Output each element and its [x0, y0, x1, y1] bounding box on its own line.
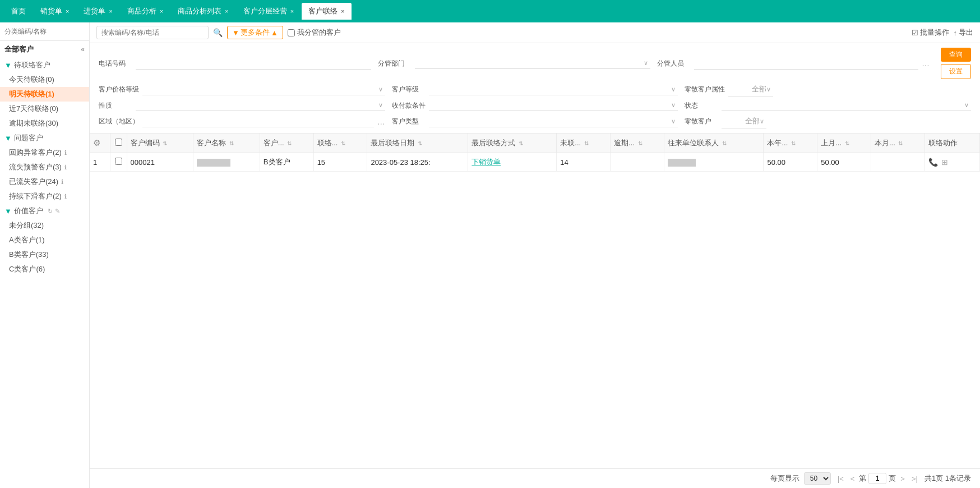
dots-icon[interactable]: … — [922, 59, 930, 68]
dots-icon[interactable]: … — [377, 117, 385, 126]
col-uncontacted: 未联... ⇅ — [557, 133, 611, 153]
customer-name-blurred — [197, 159, 230, 167]
sort-icon[interactable]: ⇅ — [287, 140, 292, 146]
sidebar-item-class-b[interactable]: B类客户(33) — [0, 247, 89, 262]
sidebar-value-customers-group[interactable]: ▼ 价值客户 ↻ ✎ — [0, 204, 89, 218]
nav-tab-close[interactable]: × — [66, 8, 69, 15]
chevron-down-icon: ∨ — [671, 86, 676, 93]
sort-icon[interactable]: ⇅ — [791, 140, 796, 146]
nav-tab-close[interactable]: × — [290, 8, 294, 15]
filter-dept: 分管部门 ∨ — [378, 58, 650, 69]
sidebar-waiting-contact-group[interactable]: ▼ 待联络客户 — [0, 58, 89, 72]
chevron-down-icon: ∨ — [760, 118, 764, 125]
sort-icon[interactable]: ⇅ — [519, 140, 523, 146]
select-all-checkbox[interactable] — [115, 139, 122, 146]
nav-tab-purchase[interactable]: 进货单 × — [77, 3, 119, 20]
filter-nature-select[interactable]: ∨ — [136, 100, 385, 111]
sidebar-item-tomorrow[interactable]: 明天待联络(1) — [0, 87, 89, 102]
export-button[interactable]: ↑ 导出 — [954, 27, 974, 38]
search-button[interactable]: 🔍 — [213, 28, 223, 37]
col-label: 未联... — [560, 139, 581, 147]
sidebar-item-churn-warning[interactable]: 流失预警客户(3) ℹ — [0, 160, 89, 174]
filter-phone-input[interactable] — [136, 58, 371, 70]
sort-icon[interactable]: ⇅ — [845, 140, 849, 146]
prev-page-button[interactable]: < — [848, 473, 857, 484]
set-button[interactable]: 设置 — [941, 64, 971, 79]
nav-tab-label: 客户联络 — [308, 6, 338, 16]
more-action-icon[interactable]: ⊞ — [941, 158, 948, 167]
sort-icon[interactable]: ⇅ — [229, 140, 234, 146]
filter-payment-select[interactable]: ∨ — [429, 100, 678, 111]
filter-status-select[interactable]: ∨ — [722, 100, 971, 111]
sort-icon[interactable]: ⇅ — [638, 140, 642, 146]
cell-checkbox[interactable] — [110, 153, 127, 172]
nav-tab-customer-contact[interactable]: 客户联络 × — [302, 3, 351, 20]
nav-tab-product-analysis[interactable]: 商品分析 × — [121, 3, 170, 20]
sidebar-item-overdue[interactable]: 逾期未联络(30) — [0, 116, 89, 131]
filter-retail-attr-select[interactable]: 全部 ∨ — [728, 82, 773, 96]
batch-ops-button[interactable]: ☑ 批量操作 — [912, 27, 949, 38]
sidebar-item-repurchase-abnormal[interactable]: 回购异常客户(2) ℹ — [0, 145, 89, 160]
filter-icon: ▼ — [232, 29, 239, 37]
sidebar-search-input[interactable] — [4, 27, 89, 35]
last-contact-method-link[interactable]: 下销货单 — [471, 158, 501, 166]
nav-tab-product-list[interactable]: 商品分析列表 × — [171, 3, 235, 20]
page-number-input[interactable] — [868, 473, 886, 484]
sidebar-item-declining[interactable]: 持续下滑客户(2) ℹ — [0, 189, 89, 204]
sort-icon[interactable]: ⇅ — [722, 140, 727, 146]
filter-row-3: 性质 ∨ 收付款条件 ∨ 状态 ∨ — [99, 100, 971, 111]
filter-area-input[interactable] — [142, 116, 374, 127]
next-page-button[interactable]: > — [898, 473, 907, 484]
query-button[interactable]: 查询 — [941, 48, 971, 62]
sidebar-search-bar[interactable]: 🔍 — [0, 22, 89, 41]
filter-customer-level-select[interactable]: ∨ — [429, 84, 678, 95]
sort-icon[interactable]: ⇅ — [418, 140, 422, 146]
nav-tab-customer-layering[interactable]: 客户分层经营 × — [237, 3, 301, 20]
edit-icon[interactable]: ✎ — [55, 208, 60, 215]
search-input[interactable] — [96, 26, 209, 39]
sort-icon[interactable]: ⇅ — [341, 140, 345, 146]
filter-retail-customer-select[interactable]: 全部 ∨ — [722, 114, 766, 128]
my-customers-checkbox[interactable]: 我分管的客户 — [288, 27, 341, 38]
filter-dept-select[interactable]: ∨ — [415, 58, 650, 69]
nav-tab-close[interactable]: × — [225, 8, 228, 15]
col-settings[interactable]: ⚙ — [90, 133, 110, 153]
sidebar-problem-customers-group[interactable]: ▼ 问题客户 — [0, 131, 89, 145]
sidebar-all-customers-label: 全部客户 — [4, 44, 34, 54]
filter-customer-type-select[interactable]: ∨ — [429, 116, 678, 127]
nav-tab-close[interactable]: × — [160, 8, 163, 15]
page-size-select[interactable]: 50 — [804, 472, 831, 485]
sidebar-item-class-a[interactable]: A类客户(1) — [0, 233, 89, 247]
sidebar-item-label: 已流失客户(24) — [9, 177, 58, 186]
chevron-up-icon: ▲ — [271, 29, 278, 37]
more-conditions-button[interactable]: ▼ 更多条件 ▲ — [227, 26, 283, 39]
refresh-icon[interactable]: ↻ — [48, 208, 53, 215]
sort-icon[interactable]: ⇅ — [163, 140, 167, 146]
nav-tab-close[interactable]: × — [109, 8, 112, 15]
col-checkbox[interactable] — [110, 133, 127, 153]
last-page-button[interactable]: >| — [909, 473, 920, 484]
first-page-button[interactable]: |< — [835, 473, 846, 484]
contact-action-icon[interactable]: 📞 — [928, 158, 938, 167]
sidebar-item-7days[interactable]: 近7天待联络(0) — [0, 102, 89, 116]
nav-tab-sales[interactable]: 销货单 × — [34, 3, 76, 20]
filter-retail-customer-label: 零散客户 — [685, 117, 718, 126]
sidebar-item-ungrouped[interactable]: 未分组(32) — [0, 218, 89, 233]
col-label: 联络... — [317, 139, 338, 147]
nav-home-label: 首页 — [11, 6, 26, 16]
filter-price-level-select[interactable]: ∨ — [142, 84, 385, 95]
nav-tab-close[interactable]: × — [341, 8, 344, 15]
sort-icon[interactable]: ⇅ — [898, 140, 903, 146]
my-customers-check[interactable] — [288, 29, 295, 36]
sidebar-item-class-c[interactable]: C类客户(6) — [0, 262, 89, 277]
sort-icon[interactable]: ⇅ — [584, 140, 589, 146]
sidebar-item-label: A类客户(1) — [9, 236, 45, 244]
cell-name — [193, 153, 260, 172]
sidebar-item-today[interactable]: 今天待联络(0) — [0, 72, 89, 87]
nav-home[interactable]: 首页 — [4, 3, 33, 20]
row-checkbox[interactable] — [115, 158, 122, 165]
filter-person-input[interactable] — [694, 58, 918, 70]
sidebar-item-churned[interactable]: 已流失客户(24) ℹ — [0, 174, 89, 189]
column-settings-icon[interactable]: ⚙ — [93, 138, 100, 148]
sidebar-all-customers[interactable]: 全部客户 « — [0, 41, 89, 58]
